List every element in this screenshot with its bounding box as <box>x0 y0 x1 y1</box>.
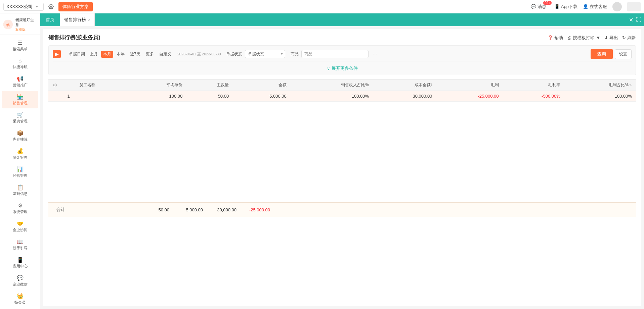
tab-bar: 首页 销售排行榜 × ✕ ⛶ <box>40 13 644 26</box>
basic-icon: 📋 <box>17 184 24 191</box>
expand-more-button[interactable]: ∨ 展开更多条件 <box>53 65 632 71</box>
company-name: XXXXXX公司 <box>6 4 33 10</box>
topbar-right: 💬 消息 99+ 📱 App下载 👤 在线客服 <box>531 2 641 11</box>
logo-name: 畅康通好生意 <box>15 17 37 27</box>
sidebar-item-inventory[interactable]: 📦 库存核算 <box>2 127 38 145</box>
footer-gross: -25,000.00 <box>241 206 274 214</box>
filter-row-1: ▶ 单据日期 上月 本月 本年 近7天 更多 自定义 <box>53 49 632 59</box>
sidebar-item-business[interactable]: 📊 经营管理 <box>2 163 38 181</box>
inventory-icon: 📦 <box>17 130 24 136</box>
help-button[interactable]: ❓ 帮助 <box>548 35 563 41</box>
tab-bar-right: ✕ ⛶ <box>629 17 644 23</box>
td-gross-pct: 100.00% <box>564 91 636 102</box>
th-amount: 全额 <box>233 80 291 91</box>
logo-sub: 标准版 <box>15 27 37 32</box>
tab-close-window-icon[interactable]: ✕ <box>629 17 633 23</box>
export-icon: ⬇ <box>604 35 608 40</box>
date-tab-7days[interactable]: 近7天 <box>128 51 142 58</box>
svg-point-0 <box>50 6 52 7</box>
date-tab-custom[interactable]: 自定义 <box>157 51 173 58</box>
td-amount: 5,000.00 <box>233 91 291 102</box>
sidebar-item-guide-label: 新手引导 <box>13 246 28 251</box>
print-button[interactable]: 🖨 按模板打印 ▼ <box>567 35 600 41</box>
filter-expand-arrow[interactable]: ▶ <box>53 50 61 58</box>
th-qty: 主数量 <box>186 80 233 91</box>
tab-home[interactable]: 首页 <box>40 13 60 26</box>
sidebar-item-basic[interactable]: 📋 基础信息 <box>2 182 38 199</box>
tab-expand-icon[interactable]: ⛶ <box>636 17 641 23</box>
avatar[interactable] <box>612 2 622 11</box>
td-name <box>75 91 131 102</box>
help-icon: ❓ <box>548 35 553 40</box>
td-gross-rate: -500.00% <box>503 91 564 102</box>
tab-close-icon[interactable]: × <box>88 17 90 22</box>
query-button[interactable]: 查询 <box>591 49 613 59</box>
help-label: 帮助 <box>554 35 563 41</box>
message-badge: 99+ <box>543 1 552 5</box>
sidebar-item-purchase[interactable]: 🛒 采购管理 <box>2 109 38 126</box>
date-tabs: 上月 本月 本年 近7天 更多 自定义 <box>88 51 173 58</box>
company-selector[interactable]: XXXXXX公司 ▼ <box>3 3 44 11</box>
date-tab-last-month[interactable]: 上月 <box>88 51 100 58</box>
content-area: 首页 销售排行榜 × ✕ ⛶ 销售排行榜(按业务员) ❓ 帮助 <box>40 13 644 309</box>
topbar-settings-button[interactable] <box>46 2 56 11</box>
refresh-button[interactable]: ↻ 刷新 <box>622 35 636 41</box>
goods-filter-group: 商品 ··· <box>291 50 378 58</box>
refresh-icon: ↻ <box>622 35 626 40</box>
th-gross-rate: 毛利率 <box>503 80 564 91</box>
column-settings-icon[interactable]: ⚙ <box>53 83 57 88</box>
footer-cost: 30,000.00 <box>207 206 241 214</box>
trial-button[interactable]: 体验行业方案 <box>58 2 93 11</box>
th-sales-pct: 销售收入占比% <box>291 80 373 91</box>
date-tab-this-year[interactable]: 本年 <box>115 51 127 58</box>
status-select-wrapper: 单据状态 <box>245 50 285 58</box>
logo-icon: 畅 <box>3 19 13 30</box>
service-label: 在线客服 <box>590 4 607 10</box>
sidebar-item-search[interactable]: ☰ 搜索菜单 <box>2 37 38 54</box>
sidebar-item-member[interactable]: 👑 畅会员 <box>2 290 38 308</box>
sidebar-item-appstore[interactable]: 📱 应用中心 <box>2 254 38 271</box>
sidebar-item-sales[interactable]: 🏪 销售管理 <box>2 91 38 108</box>
search-menu-icon: ☰ <box>18 40 23 46</box>
cost-info-icon[interactable]: ℹ <box>431 83 432 87</box>
online-service-button[interactable]: 👤 在线客服 <box>583 4 607 10</box>
sidebar-item-guide[interactable]: 📖 新手引导 <box>2 236 38 253</box>
wechat-icon: 💬 <box>17 275 24 281</box>
sidebar-item-finance[interactable]: 💰 资金管理 <box>2 145 38 163</box>
gross-pct-sort-icon[interactable]: ⇅ <box>629 84 632 87</box>
refresh-label: 刷新 <box>627 35 636 41</box>
enterprise-icon: 🤝 <box>17 220 24 227</box>
date-tab-more[interactable]: 更多 <box>144 51 156 58</box>
goods-filter-label: 商品 <box>291 51 299 57</box>
sidebar-item-marketing[interactable]: 📢 营销推广 <box>2 73 38 90</box>
goods-input[interactable] <box>301 50 369 58</box>
table-container: ⚙ 员工名称 平均单价 主数量 全额 销售收入占比% 成本全额ℹ <box>48 79 636 102</box>
sidebar-item-system[interactable]: ⚙ 系统管理 <box>2 200 38 217</box>
sidebar: 畅 畅康通好生意 标准版 ☰ 搜索菜单 ⌂ 快捷导航 📢 营销推广 🏪 销售 <box>0 13 40 309</box>
footer-qty: 50.00 <box>140 206 173 214</box>
date-tab-this-month[interactable]: 本月 <box>101 51 113 58</box>
filter-right-buttons: 查询 设置 <box>591 49 632 59</box>
table-header-row: ⚙ 员工名称 平均单价 主数量 全额 销售收入占比% 成本全额ℹ <box>48 80 636 91</box>
td-avg-price: 100.00 <box>131 91 187 102</box>
sidebar-item-enterprise[interactable]: 🤝 企业协同 <box>2 218 38 235</box>
message-button[interactable]: 💬 消息 99+ <box>531 4 549 10</box>
sales-icon: 🏪 <box>17 94 24 100</box>
home-icon: ⌂ <box>18 58 22 64</box>
goods-ellipsis-icon[interactable]: ··· <box>371 51 378 57</box>
sidebar-item-wechat[interactable]: 💬 企业微信 <box>2 272 38 290</box>
app-download-button[interactable]: 📱 App下载 <box>554 4 577 10</box>
filter-settings-button[interactable]: 设置 <box>615 49 632 59</box>
sidebar-item-enterprise-label: 企业协同 <box>13 227 28 233</box>
sidebar-menu: ☰ 搜索菜单 ⌂ 快捷导航 📢 营销推广 🏪 销售管理 🛒 采购管理 📦 库 <box>0 35 40 309</box>
logo-text-area: 畅康通好生意 标准版 <box>15 17 37 32</box>
th-avg-price: 平均单价 <box>131 80 187 91</box>
sidebar-item-shortcut[interactable]: ⌂ 快捷导航 <box>2 55 38 72</box>
tab-sales-ranking[interactable]: 销售排行榜 × <box>60 13 95 26</box>
status-select[interactable]: 单据状态 <box>245 50 285 58</box>
export-button[interactable]: ⬇ 导出 <box>604 35 618 41</box>
print-icon: 🖨 <box>567 35 571 40</box>
data-table: ⚙ 员工名称 平均单价 主数量 全额 销售收入占比% 成本全额ℹ <box>48 79 636 102</box>
sidebar-item-inventory-label: 库存核算 <box>13 137 28 142</box>
system-icon: ⚙ <box>18 202 23 209</box>
